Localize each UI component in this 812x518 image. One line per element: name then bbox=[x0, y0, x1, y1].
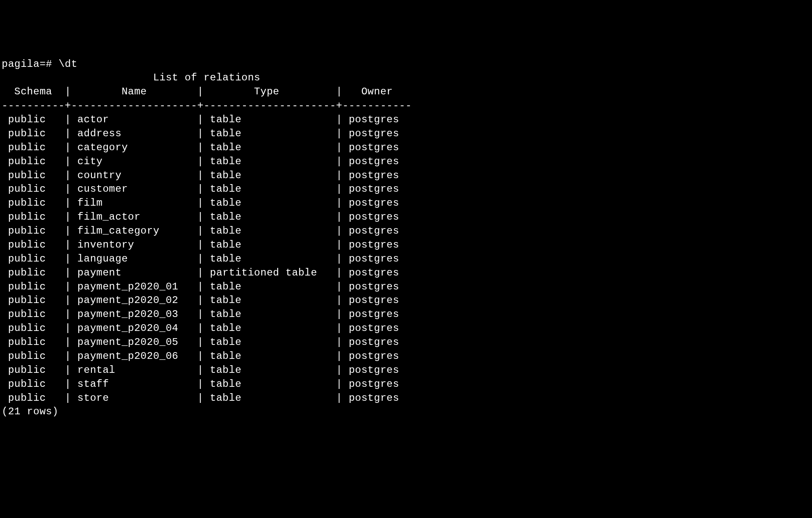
psql-prompt: pagila=# bbox=[2, 58, 58, 70]
table-title: List of relations bbox=[2, 72, 412, 83]
table-body: public | actor | table | postgres public… bbox=[2, 114, 399, 404]
row-count: (21 rows) bbox=[2, 406, 58, 417]
table-header: Schema | Name | Type | Owner bbox=[2, 86, 412, 97]
psql-command: \dt bbox=[58, 58, 77, 70]
table-divider: ----------+--------------------+--------… bbox=[2, 100, 412, 111]
terminal-output[interactable]: pagila=# \dt List of relations Schema | … bbox=[2, 58, 810, 419]
